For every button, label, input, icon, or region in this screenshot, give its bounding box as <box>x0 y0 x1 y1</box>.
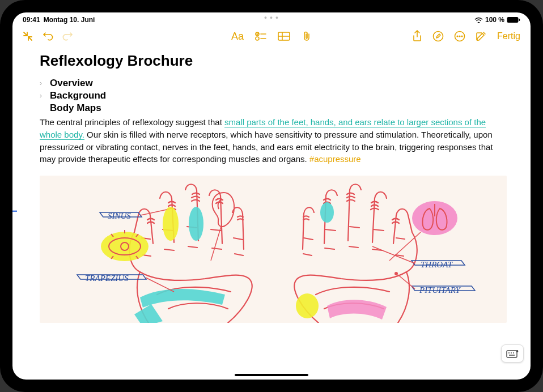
svg-rect-1 <box>519 19 520 21</box>
section-heading[interactable]: Background <box>50 90 106 101</box>
svg-line-29 <box>211 227 221 261</box>
section-heading[interactable]: Overview <box>50 78 93 89</box>
note-content-area[interactable]: Reflexology Brochure › Overview › Backgr… <box>12 48 531 380</box>
reflexology-sketch[interactable]: SINUS TRAPEZIUS <box>40 176 507 323</box>
battery-percent: 100 % <box>485 16 504 24</box>
label-sinus: SINUS <box>108 211 131 220</box>
svg-point-4 <box>256 37 259 40</box>
ipad-device-frame: ● ● ● 09:41 Montag 10. Juni 100 % <box>0 0 543 392</box>
tag-acupressure[interactable]: #acupressure <box>309 154 361 164</box>
svg-line-26 <box>372 246 415 263</box>
section-heading[interactable]: Body Maps <box>50 103 101 114</box>
screen: ● ● ● 09:41 Montag 10. Juni 100 % <box>12 12 531 380</box>
svg-point-13 <box>461 36 463 37</box>
svg-rect-0 <box>507 17 519 23</box>
svg-point-28 <box>394 272 398 275</box>
body-paragraph[interactable]: The central principles of reflexology su… <box>40 116 507 165</box>
note-title[interactable]: Reflexology Brochure <box>40 52 507 70</box>
status-time: 09:41 <box>23 16 40 24</box>
svg-point-11 <box>457 36 458 37</box>
chevron-right-icon[interactable]: › <box>40 92 46 100</box>
done-button[interactable]: Fertig <box>497 31 520 41</box>
svg-point-9 <box>434 32 443 41</box>
table-icon[interactable] <box>278 31 290 41</box>
label-trapezius: TRAPEZIUS <box>85 274 129 283</box>
svg-line-27 <box>398 275 415 289</box>
redo-icon <box>62 31 74 42</box>
svg-point-23 <box>320 202 334 223</box>
markup-icon[interactable] <box>432 31 444 42</box>
wifi-icon <box>474 16 483 23</box>
svg-point-15 <box>101 232 149 261</box>
checklist-icon[interactable] <box>255 31 266 41</box>
svg-point-12 <box>459 36 460 37</box>
svg-point-24 <box>296 293 319 318</box>
label-pituitary: PITUITARY <box>419 286 461 295</box>
undo-icon[interactable] <box>42 31 53 42</box>
section-bodymaps[interactable]: Body Maps <box>40 103 507 114</box>
label-throat: THROAT <box>421 260 453 269</box>
more-icon[interactable] <box>454 31 465 42</box>
home-indicator[interactable] <box>235 374 308 376</box>
side-indicator: ▬ <box>12 208 22 210</box>
attachment-icon[interactable] <box>302 31 312 42</box>
compose-icon[interactable] <box>476 31 487 42</box>
status-date: Montag 10. Juni <box>44 16 95 24</box>
chevron-right-icon[interactable]: › <box>40 79 46 87</box>
battery-icon <box>507 16 520 23</box>
svg-rect-31 <box>507 351 517 357</box>
multitask-dots-icon[interactable]: ● ● ● <box>264 15 279 20</box>
text-run: Our skin is filled with nerve receptors,… <box>40 130 493 164</box>
format-text-icon[interactable]: Aa <box>231 31 244 42</box>
text-run: The central principles of reflexology su… <box>40 117 224 127</box>
svg-point-16 <box>163 207 179 241</box>
section-background[interactable]: › Background <box>40 90 507 101</box>
note-toolbar: Aa <box>12 25 531 48</box>
share-icon[interactable] <box>412 30 422 42</box>
svg-line-20 <box>141 210 167 215</box>
svg-point-36 <box>516 351 517 352</box>
section-overview[interactable]: › Overview <box>40 78 507 89</box>
svg-point-17 <box>189 207 203 241</box>
collapse-icon[interactable] <box>23 31 33 41</box>
handwriting-toggle-button[interactable] <box>501 344 524 363</box>
